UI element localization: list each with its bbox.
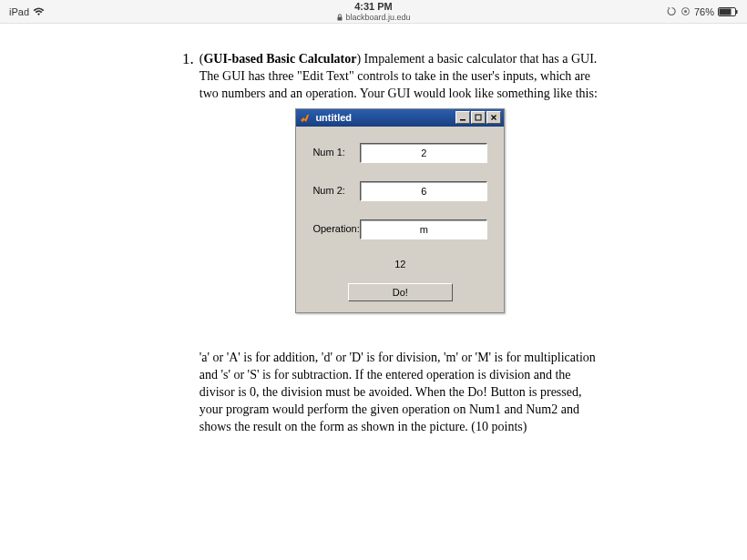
close-button[interactable]: [486, 111, 501, 124]
svg-rect-7: [476, 115, 481, 120]
device-label: iPad: [9, 6, 29, 17]
do-button[interactable]: Do!: [348, 283, 453, 301]
problem-description: 'a' or 'A' is for addition, 'd' or 'D' i…: [200, 350, 601, 435]
window-controls: [455, 111, 501, 124]
orientation-lock-icon: [680, 6, 691, 16]
wifi-icon: [33, 7, 45, 16]
svg-rect-0: [337, 17, 342, 21]
clock: 4:31 PM: [336, 1, 410, 13]
window-titlebar: untitled: [296, 109, 504, 127]
matlab-icon: [299, 111, 312, 124]
svg-rect-4: [720, 8, 732, 15]
num1-input[interactable]: [360, 143, 487, 163]
calculator-window: untitled: [295, 108, 505, 314]
svg-rect-6: [460, 119, 466, 121]
minimize-button[interactable]: [455, 111, 470, 124]
refresh-icon: [667, 6, 677, 16]
problem-number: 1.: [182, 49, 194, 70]
battery-percent: 76%: [694, 6, 714, 17]
status-right: 76%: [667, 6, 738, 17]
result-display: 12: [312, 258, 487, 271]
lock-icon: [336, 14, 343, 21]
num1-row: Num 1:: [312, 143, 487, 163]
num2-label: Num 2:: [312, 184, 360, 198]
window-title: untitled: [315, 111, 352, 125]
document-content: 1. (GUI-based Basic Calculator) Impaleme…: [0, 24, 747, 454]
operation-row: Operation:: [312, 219, 487, 239]
maximize-button[interactable]: [471, 111, 486, 124]
problem-block: 1. (GUI-based Basic Calculator) Impaleme…: [182, 51, 601, 436]
num2-input[interactable]: [360, 181, 487, 201]
num2-row: Num 2:: [312, 181, 487, 201]
status-center: 4:31 PM blackboard.ju.edu: [336, 1, 410, 23]
operation-label: Operation:: [312, 222, 360, 236]
url-text: blackboard.ju.edu: [345, 13, 410, 23]
svg-rect-5: [736, 10, 738, 14]
svg-point-2: [684, 10, 687, 13]
titlebar-left: untitled: [299, 111, 352, 125]
status-left: iPad: [9, 6, 45, 17]
operation-input[interactable]: [360, 219, 487, 239]
calculator-body: Num 1: Num 2: Operation: 12 Do!: [296, 127, 504, 313]
battery-icon: [718, 7, 738, 16]
ipad-status-bar: iPad 4:31 PM blackboard.ju.edu 76%: [0, 0, 747, 24]
problem-text: (GUI-based Basic Calculator) Impalement …: [200, 51, 601, 436]
url-bar: blackboard.ju.edu: [336, 13, 410, 23]
num1-label: Num 1:: [312, 146, 360, 159]
problem-title: GUI-based Basic Calculator: [203, 52, 356, 66]
